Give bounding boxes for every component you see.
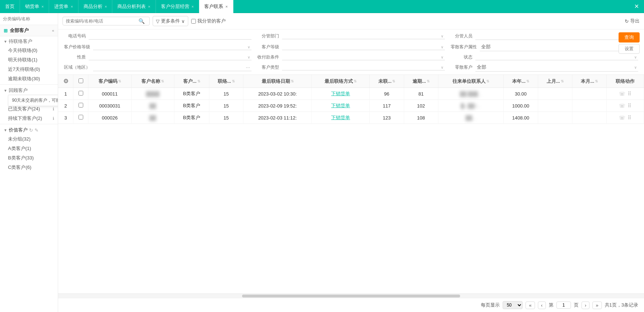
tab-analysis-close[interactable]: × <box>105 4 107 9</box>
tab-customer-contact[interactable]: 客户联系 × <box>199 0 233 13</box>
tab-sale[interactable]: 销货单 × <box>20 0 49 13</box>
close-all-button[interactable]: ✕ <box>629 3 644 10</box>
sort-contact-icon[interactable]: ⇅ <box>232 79 235 83</box>
action-contact-icon-0[interactable]: ☏ <box>619 91 625 97</box>
sidebar-item-overdue-label: 逾期未联络(30) <box>8 76 40 82</box>
cell-last-method-1[interactable]: 下销货单 <box>312 100 370 112</box>
tab-sale-label: 销货单 <box>25 3 39 10</box>
sort-this-month-icon[interactable]: ⇅ <box>595 79 598 83</box>
filter-payment-select[interactable]: ∨ <box>282 54 445 60</box>
action-more-icon-0[interactable]: ⠿ <box>628 91 631 97</box>
sidebar-item-tomorrow-pending[interactable]: 明天待联络(1) <box>0 55 58 65</box>
tab-customer-contact-close[interactable]: × <box>225 4 228 9</box>
filter-phone-input[interactable] <box>89 33 251 40</box>
scroll-thumb[interactable] <box>242 295 460 297</box>
sort-last-month-icon[interactable]: ⇅ <box>561 79 564 83</box>
filter-status-select[interactable]: ∨ <box>475 54 638 60</box>
tab-analysis-list-close[interactable]: × <box>148 4 150 9</box>
filter-gender-select[interactable]: ∨ <box>89 54 251 60</box>
sidebar-item-declining[interactable]: 持续下滑客户(2) ℹ <box>0 114 58 123</box>
prev-page-button[interactable]: ‹ <box>538 301 546 309</box>
all-customers-header[interactable]: ⊞ 全部客户 « <box>0 25 58 36</box>
sidebar-group-review[interactable]: ▼ 回顾客户 90天未交易的客户，可能有流失风险。 <box>0 85 58 95</box>
filter-zero-customer-select[interactable]: 全部 ∨ <box>475 63 638 72</box>
tab-purchase[interactable]: 进货单 × <box>49 0 78 13</box>
search-icon-main[interactable]: 🔍 <box>138 18 145 24</box>
filter-price-level-select[interactable]: ∨ <box>93 44 251 50</box>
tab-sale-close[interactable]: × <box>41 4 44 9</box>
info-icon-declining[interactable]: ℹ <box>53 116 54 121</box>
action-contact-icon-2[interactable]: ☏ <box>619 115 625 121</box>
tab-purchase-close[interactable]: × <box>71 4 73 9</box>
cell-last-method-2[interactable]: 下销货单 <box>312 112 370 124</box>
action-more-icon-1[interactable]: ⠿ <box>628 103 631 109</box>
cell-checkbox-2[interactable] <box>73 112 88 124</box>
last-method-link-1[interactable]: 下销货单 <box>331 103 350 108</box>
gear-settings-icon[interactable]: ⚙ <box>63 78 68 84</box>
sidebar-group-pending[interactable]: ▼ 待联络客户 <box>0 36 58 46</box>
sidebar-collapse-icon[interactable]: « <box>52 28 54 33</box>
tab-analysis[interactable]: 商品分析 × <box>79 0 112 13</box>
tab-customer-tier[interactable]: 客户分层经营 × <box>156 0 199 13</box>
scroll-bar-area[interactable] <box>58 293 644 298</box>
next-page-button[interactable]: › <box>581 301 589 309</box>
refresh-icon[interactable]: ↻ <box>29 127 33 133</box>
page-input[interactable] <box>556 301 571 309</box>
row-checkbox-0[interactable] <box>79 91 83 96</box>
last-page-button[interactable]: » <box>592 301 601 309</box>
sidebar-item-c-class[interactable]: C类客户(6) <box>0 163 58 172</box>
my-customers-checkbox[interactable] <box>191 19 196 24</box>
cell-checkbox-0[interactable] <box>73 88 88 100</box>
export-button[interactable]: ↻ 导出 <box>625 18 640 24</box>
sort-type-icon[interactable]: ⇅ <box>197 79 200 83</box>
sidebar-item-overdue-pending[interactable]: 逾期未联络(30) <box>0 74 58 84</box>
last-method-link-2[interactable]: 下销货单 <box>331 115 350 120</box>
tab-customer-tier-close[interactable]: × <box>192 4 194 9</box>
settings-button[interactable]: 设置 <box>619 44 640 54</box>
filter-more-button[interactable]: ▽ 更多条件 ∨ <box>153 16 188 26</box>
more-dots-region[interactable]: ··· <box>246 64 250 70</box>
sidebar-item-today-pending[interactable]: 今天待联络(0) <box>0 46 58 55</box>
sort-not-contacted-icon[interactable]: ⇅ <box>392 79 395 83</box>
sidebar-group-value[interactable]: ▼ 价值客户 ↻ ✎ <box>0 125 58 134</box>
sort-last-date-icon[interactable]: ⇅ <box>291 79 294 83</box>
filter-customer-type-select[interactable]: ∨ <box>282 65 445 70</box>
last-method-link-0[interactable]: 下销货单 <box>331 91 350 96</box>
th-name-label: 客户名称 <box>141 78 160 85</box>
sort-last-method-icon[interactable]: ⇅ <box>354 79 357 83</box>
filter-region-select[interactable]: ··· <box>93 64 251 71</box>
sidebar-item-ungrouped[interactable]: 未分组(32) <box>0 134 58 144</box>
tab-analysis-list[interactable]: 商品分析列表 × <box>112 0 156 13</box>
row-checkbox-2[interactable] <box>79 115 83 119</box>
filter-customer-level-select[interactable]: ∨ <box>282 44 445 50</box>
cell-checkbox-1[interactable] <box>73 100 88 112</box>
filter-row-price-level: 客户价格等级 ∨ <box>64 43 251 51</box>
action-more-icon-2[interactable]: ⠿ <box>628 115 631 121</box>
row-checkbox-1[interactable] <box>79 103 83 108</box>
query-button[interactable]: 查询 <box>619 32 640 42</box>
sort-code-icon[interactable]: ⇅ <box>118 79 121 83</box>
tab-home[interactable]: 首页 <box>0 0 20 13</box>
filter-dept-select[interactable]: ∨ <box>282 33 445 39</box>
info-icon-churned[interactable]: ℹ <box>53 107 54 112</box>
filter-zero-attr-select[interactable]: 全部 ∨ <box>480 43 638 51</box>
sidebar-search-input[interactable] <box>3 16 57 21</box>
sidebar-item-b-class[interactable]: B类客户(33) <box>0 153 58 163</box>
edit-icon[interactable]: ✎ <box>35 127 39 133</box>
select-all-checkbox[interactable] <box>79 78 83 83</box>
search-input[interactable] <box>66 19 138 24</box>
sort-contacts-icon[interactable]: ⇅ <box>486 79 489 83</box>
filter-person-select[interactable]: ··· <box>475 32 638 40</box>
action-contact-icon-1[interactable]: ☏ <box>619 103 625 109</box>
sort-overdue-icon[interactable]: ⇅ <box>427 79 430 83</box>
first-page-button[interactable]: « <box>526 301 535 309</box>
cell-no-2: 3 <box>58 112 73 124</box>
cell-last-method-0[interactable]: 下销货单 <box>312 88 370 100</box>
sort-name-icon[interactable]: ⇅ <box>161 79 164 83</box>
sidebar-item-a-class[interactable]: A类客户(1) <box>0 144 58 153</box>
my-customers-checkbox-wrap[interactable]: 我分管的客户 <box>191 18 226 24</box>
sort-this-year-icon[interactable]: ⇅ <box>526 79 529 83</box>
sidebar-item-7days-pending[interactable]: 近7天待联络(0) <box>0 65 58 74</box>
filter-row-customer-type: 客户类型 ∨ <box>257 63 445 72</box>
per-page-select[interactable]: 50 100 200 <box>503 301 523 309</box>
